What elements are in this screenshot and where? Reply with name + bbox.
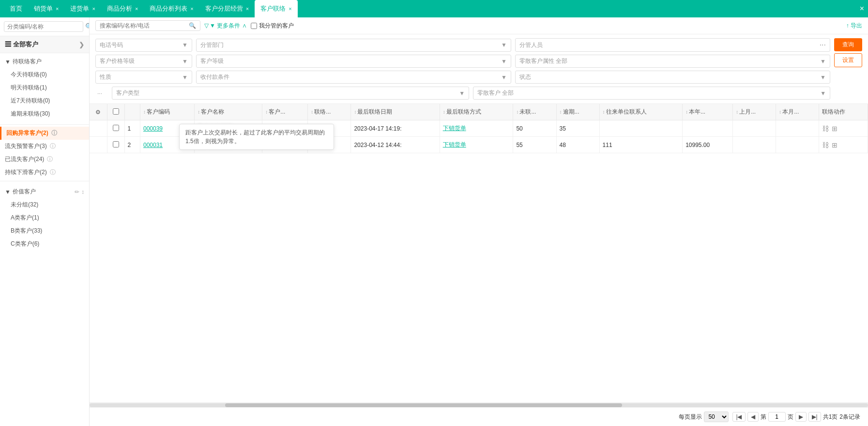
sort-icon[interactable]: ↕ [81, 189, 84, 195]
th-this-year[interactable]: ↕本年... [683, 104, 733, 120]
filter-row-1: 电话号码 ▼ 分管部门 ▼ 分管人员 ··· [95, 38, 830, 52]
nav-sales[interactable]: 销货单 × [28, 0, 64, 17]
th-last-contact-method[interactable]: ↕最后联络方式 [440, 104, 513, 120]
filter-customer-type[interactable]: 客户类型 ▼ [112, 87, 469, 100]
filter-retail-attr[interactable]: 零散客户属性 全部 ▼ [515, 55, 830, 68]
action-grid-icon-1[interactable]: ⊞ [832, 141, 838, 149]
cell-method-0[interactable]: 下销货单 [440, 120, 513, 137]
prev-page-btn[interactable]: ◀ [747, 412, 759, 422]
row-checkbox-1[interactable] [113, 141, 119, 147]
export-button[interactable]: ↑ 导出 [846, 22, 862, 30]
first-page-btn[interactable]: |◀ [732, 412, 745, 422]
nav-sales-close[interactable]: × [56, 0, 59, 17]
th-uncontacted[interactable]: ↕未联... [513, 104, 556, 120]
nav-customer-tier[interactable]: 客户分层经营 × [199, 0, 255, 17]
filter-retail[interactable]: 零散客户 全部 ▼ [473, 87, 830, 100]
select-all-checkbox[interactable] [113, 108, 119, 115]
edit-icon[interactable]: ✏ [75, 189, 79, 195]
scrollbar-thumb[interactable] [225, 403, 622, 407]
nav-analysis-list-close[interactable]: × [190, 0, 193, 17]
sidebar-item-churned[interactable]: 已流失客户(24) ⓘ [0, 153, 89, 166]
th-settings[interactable]: ⚙ [90, 104, 107, 120]
sidebar-item-churn-warning[interactable]: 流失预警客户(3) ⓘ [0, 140, 89, 153]
current-page-input[interactable] [768, 412, 786, 422]
row-checkbox-0[interactable] [113, 125, 119, 131]
my-customers-filter[interactable]: 我分管的客户 [251, 22, 294, 30]
nav-analysis-close[interactable]: × [135, 0, 138, 17]
horizontal-scrollbar[interactable] [90, 402, 868, 407]
settings-button[interactable]: 设置 [834, 53, 862, 67]
th-code[interactable]: ↕客户编码 [140, 104, 194, 120]
action-link-icon-0[interactable]: ⛓ [822, 125, 829, 132]
sidebar-item-class-c[interactable]: C类客户(6) [0, 237, 89, 250]
cell-checkbox-0[interactable] [107, 120, 124, 137]
nav-analysis[interactable]: 商品分析 × [101, 0, 144, 17]
page-unit-label: 页 [788, 413, 793, 421]
info-icon-4[interactable]: ⓘ [50, 168, 56, 176]
th-customer-type[interactable]: ↕客户... [262, 104, 308, 120]
more-conditions-btn[interactable]: ▽ ▼ 更多条件 ∧ [204, 22, 247, 30]
sidebar-item-overdue[interactable]: 逾期未联络(30) [0, 107, 89, 120]
content-area: 距客户上次交易时长，超过了此客户的平均交易周期的1.5倍，则视为异常。 🔍 ▽ … [90, 17, 868, 426]
th-checkbox[interactable] [107, 104, 124, 120]
nav-home[interactable]: 首页 [4, 0, 28, 17]
filter-price-level[interactable]: 客户价格等级 ▼ [95, 55, 192, 68]
nav-analysis-list[interactable]: 商品分析列表 × [144, 0, 199, 17]
sidebar-item-7days[interactable]: 近7天待联络(0) [0, 94, 89, 107]
action-grid-icon-0[interactable]: ⊞ [832, 125, 838, 132]
filter-search-input[interactable] [100, 22, 187, 29]
th-this-month[interactable]: ↕本月... [776, 104, 819, 120]
all-customers-title[interactable]: ☰ 全部客户 ❯ [0, 36, 89, 53]
sidebar-collapse-icon[interactable]: ❯ [79, 41, 84, 48]
action-link-icon-1[interactable]: ⛓ [822, 141, 829, 149]
close-all-tabs[interactable]: × [860, 4, 864, 13]
th-name[interactable]: ↕客户名称 [195, 104, 262, 120]
nav-customer-contact[interactable]: 客户联络 × [255, 0, 297, 17]
sidebar-item-class-b[interactable]: B类客户(33) [0, 224, 89, 237]
sidebar-search-icon[interactable]: 🔍 [85, 23, 90, 30]
nav-analysis-label: 商品分析 [107, 0, 132, 17]
filter-payment[interactable]: 收付款条件 ▼ [196, 71, 511, 84]
sidebar-item-class-a[interactable]: A类客户(1) [0, 211, 89, 224]
sidebar: 🔍 ☰ 全部客户 ❯ ▼ 待联络客户 今天待联络(0) 明天待联络(1) 近7天… [0, 17, 90, 426]
person-more-icon[interactable]: ··· [820, 41, 826, 49]
value-group-label: 价值客户 [13, 188, 36, 196]
info-icon-3[interactable]: ⓘ [47, 155, 53, 163]
cell-checkbox-1[interactable] [107, 137, 124, 153]
sidebar-item-today[interactable]: 今天待联络(0) [0, 68, 89, 81]
cell-method-1[interactable]: 下销货单 [440, 137, 513, 153]
sidebar-item-unclassified[interactable]: 未分组(32) [0, 198, 89, 211]
nav-home-label: 首页 [10, 0, 22, 17]
filter-status[interactable]: 状态 ▼ [515, 71, 830, 84]
nav-customer-tier-close[interactable]: × [246, 0, 249, 17]
th-contact[interactable]: ↕联络... [308, 104, 351, 120]
next-page-btn[interactable]: ▶ [795, 412, 807, 422]
value-customer-group-title[interactable]: ▼ 价值客户 ✏ ↕ [0, 185, 89, 198]
filter-gender[interactable]: 性质 ▼ [95, 71, 192, 84]
filter-customer-level[interactable]: 客户等级 ▼ [196, 55, 511, 68]
sidebar-item-tomorrow[interactable]: 明天待联络(1) [0, 81, 89, 94]
sidebar-item-declining[interactable]: 持续下滑客户(2) ⓘ [0, 166, 89, 179]
last-page-btn[interactable]: ▶| [808, 412, 821, 422]
filter-dept[interactable]: 分管部门 ▼ [196, 39, 511, 52]
nav-purchase-close[interactable]: × [92, 0, 95, 17]
per-page-select[interactable]: 50 100 200 [704, 411, 729, 422]
nav-customer-contact-close[interactable]: × [289, 0, 291, 17]
sidebar-item-abnormal-repurchase[interactable]: 回购异常客户(2) ⓘ [0, 127, 89, 140]
query-button[interactable]: 查询 [834, 38, 862, 51]
filter-dots[interactable]: ··· [95, 90, 104, 97]
th-overdue[interactable]: ↕逾期... [556, 104, 599, 120]
sidebar-search-input[interactable] [4, 21, 83, 32]
cell-settings-1 [90, 137, 107, 153]
filter-search-icon[interactable]: 🔍 [189, 22, 196, 29]
nav-purchase[interactable]: 进货单 × [64, 0, 101, 17]
th-last-contact-date[interactable]: ↕最后联络日期 [351, 104, 440, 120]
info-icon-1[interactable]: ⓘ [51, 129, 57, 137]
th-prev-unit-contacts[interactable]: ↕往来单位联系人 [599, 104, 683, 120]
my-customers-checkbox[interactable] [251, 23, 257, 29]
info-icon-2[interactable]: ⓘ [50, 142, 56, 150]
filter-person[interactable]: 分管人员 ··· [515, 38, 830, 52]
pending-contact-group-title[interactable]: ▼ 待联络客户 [0, 55, 89, 68]
filter-phone[interactable]: 电话号码 ▼ [95, 39, 192, 52]
th-last-month[interactable]: ↕上月... [733, 104, 776, 120]
